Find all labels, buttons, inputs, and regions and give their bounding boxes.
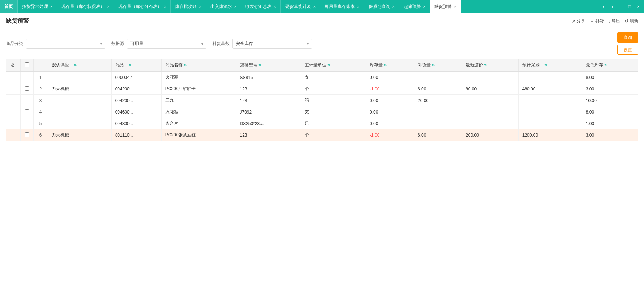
tab-close-inventory-dist[interactable]: × xyxy=(164,4,166,9)
row-product-name-4: 离合片 xyxy=(161,118,236,129)
tab-close-collect-summary[interactable]: × xyxy=(274,4,276,9)
table-row: 6 力天机械 801110... PC200张紧油缸 123 个 -1.00 6… xyxy=(6,129,638,141)
tab-window-max[interactable]: □ xyxy=(625,2,634,11)
row-select-checkbox-3[interactable] xyxy=(25,109,29,114)
tab-window-min[interactable]: — xyxy=(617,2,625,11)
row-checkbox-0[interactable] xyxy=(20,71,33,83)
tab-inventory-status[interactable]: 现存量（库存状况表） × xyxy=(57,0,114,13)
tab-order-stats[interactable]: 要货单统计表 × xyxy=(281,0,320,13)
gear-icon[interactable]: ⚙ xyxy=(9,62,17,68)
row-product-code-4: 004800... xyxy=(111,118,161,129)
row-stock-2: 0.00 xyxy=(366,95,414,106)
row-stock-5: -1.00 xyxy=(366,129,414,141)
sort-est-purchase-icon: ⇅ xyxy=(544,63,547,67)
tab-close-available-ledger[interactable]: × xyxy=(357,4,359,9)
row-index-0: 1 xyxy=(33,71,48,83)
row-select-checkbox-5[interactable] xyxy=(25,132,29,137)
tab-inventory-dist[interactable]: 现存量（库存分布表） × xyxy=(114,0,171,13)
th-gear[interactable]: ⚙ xyxy=(6,59,20,71)
row-est-purchase-0 xyxy=(518,71,582,83)
row-latest-price-2 xyxy=(462,95,519,106)
share-action[interactable]: ↗ 分享 xyxy=(571,18,585,24)
th-product-code[interactable]: 商品... ⇅ xyxy=(111,59,161,71)
row-unit-1: 个 xyxy=(301,83,366,95)
tab-exception[interactable]: 拣货异常处理 × xyxy=(18,0,57,13)
row-spec-1: 123 xyxy=(236,83,301,95)
row-product-name-1: PC200油缸缸子 xyxy=(161,83,236,95)
row-gear-2[interactable] xyxy=(6,95,20,106)
filter-datasource-arrow-icon: ▾ xyxy=(201,42,203,46)
row-product-name-2: 三九 xyxy=(161,95,236,106)
row-select-checkbox-2[interactable] xyxy=(25,98,29,102)
tab-home[interactable]: 首页 xyxy=(0,0,18,13)
row-gear-3[interactable] xyxy=(6,106,20,118)
tab-expiry-query[interactable]: 保质期查询 × xyxy=(364,0,399,13)
tab-close-shortage[interactable]: × xyxy=(454,4,456,9)
row-gear-4[interactable] xyxy=(6,118,20,129)
tab-close-exception[interactable]: × xyxy=(50,4,52,9)
row-replenish-qty-0 xyxy=(414,71,462,83)
settings-button[interactable]: 设置 xyxy=(617,45,638,55)
row-replenish-qty-4 xyxy=(414,118,462,129)
row-checkbox-4[interactable] xyxy=(20,118,33,129)
row-select-checkbox-4[interactable] xyxy=(25,121,29,125)
sort-spec-icon: ⇅ xyxy=(258,63,261,67)
row-checkbox-2[interactable] xyxy=(20,95,33,106)
filter-category-label: 商品分类 xyxy=(6,41,23,47)
filter-datasource-group: 数据源 可用量 ▾ xyxy=(111,39,206,49)
row-product-name-0: 火花塞 xyxy=(161,71,236,83)
tab-available-ledger[interactable]: 可用量库存账本 × xyxy=(320,0,364,13)
tab-close-batch-account[interactable]: × xyxy=(199,4,201,9)
tab-close-expiry-query[interactable]: × xyxy=(392,4,395,9)
filter-replenish-base-select[interactable]: 安全库存 ▾ xyxy=(232,39,312,49)
row-product-name-3: 火花塞 xyxy=(161,106,236,118)
row-checkbox-1[interactable] xyxy=(20,83,33,95)
row-stock-3: 0.00 xyxy=(366,106,414,118)
th-spec[interactable]: 规格型号 ⇅ xyxy=(236,59,301,71)
th-checkbox[interactable] xyxy=(20,59,33,71)
tab-batch-account[interactable]: 库存批次账 × xyxy=(171,0,206,13)
tab-collect-summary[interactable]: 收发存汇总表 × xyxy=(241,0,280,13)
row-gear-1[interactable] xyxy=(6,83,20,95)
replenish-action[interactable]: ＋ 补货 xyxy=(589,18,604,25)
query-button[interactable]: 查询 xyxy=(617,32,638,43)
th-stock[interactable]: 库存量 ⇅ xyxy=(366,59,414,71)
th-replenish-qty[interactable]: 补货量 ⇅ xyxy=(414,59,462,71)
row-select-checkbox-1[interactable] xyxy=(25,86,29,91)
th-unit[interactable]: 主计量单位 ⇅ xyxy=(301,59,366,71)
tab-inout-flow[interactable]: 出入库流水 × xyxy=(206,0,241,13)
row-checkbox-3[interactable] xyxy=(20,106,33,118)
th-latest-price[interactable]: 最新进价 ⇅ xyxy=(462,59,519,71)
refresh-action[interactable]: ↺ 刷新 xyxy=(625,18,638,24)
sort-product-code-icon: ⇅ xyxy=(129,63,131,67)
table-row: 4 004600... 火花塞 J7092 支 0.00 8.00 xyxy=(6,106,638,118)
tab-shortage[interactable]: 缺货预警 × xyxy=(430,0,461,13)
sort-replenish-qty-icon: ⇅ xyxy=(432,63,435,67)
tab-scroll-left[interactable]: ‹ xyxy=(599,2,608,11)
tab-close-inout-flow[interactable]: × xyxy=(234,4,236,9)
row-stock-1: -1.00 xyxy=(366,83,414,95)
th-supplier[interactable]: 默认供应... ⇅ xyxy=(48,59,111,71)
table-container: ⚙ 默认供应... ⇅ 商品... xyxy=(0,59,644,147)
row-gear-5[interactable] xyxy=(6,129,20,141)
row-stock-0: 0.00 xyxy=(366,71,414,83)
tab-overstock[interactable]: 超储预警 × xyxy=(399,0,430,13)
tab-scroll-right[interactable]: › xyxy=(608,2,617,11)
th-product-name[interactable]: 商品名称 ⇅ xyxy=(161,59,236,71)
tab-close-overstock[interactable]: × xyxy=(423,4,425,9)
tab-close-inventory-status[interactable]: × xyxy=(107,4,109,9)
filter-datasource-select[interactable]: 可用量 ▾ xyxy=(127,39,206,49)
th-est-purchase[interactable]: 预计采购... ⇅ xyxy=(518,59,582,71)
page-header: 缺货预警 ↗ 分享 ＋ 补货 ↓ 导出 ↺ 刷新 xyxy=(0,13,644,28)
tab-window-close[interactable]: × xyxy=(634,2,643,11)
row-select-checkbox-0[interactable] xyxy=(25,75,29,79)
th-min-stock[interactable]: 最低库存 ⇅ xyxy=(582,59,638,71)
row-checkbox-5[interactable] xyxy=(20,129,33,141)
row-supplier-0 xyxy=(48,71,111,83)
filter-category-group: 商品分类 ▾ xyxy=(6,39,105,49)
filter-category-select[interactable]: ▾ xyxy=(26,39,105,49)
export-action[interactable]: ↓ 导出 xyxy=(608,18,621,24)
row-gear-0[interactable] xyxy=(6,71,20,83)
tab-close-order-stats[interactable]: × xyxy=(313,4,316,9)
select-all-checkbox[interactable] xyxy=(25,62,29,67)
